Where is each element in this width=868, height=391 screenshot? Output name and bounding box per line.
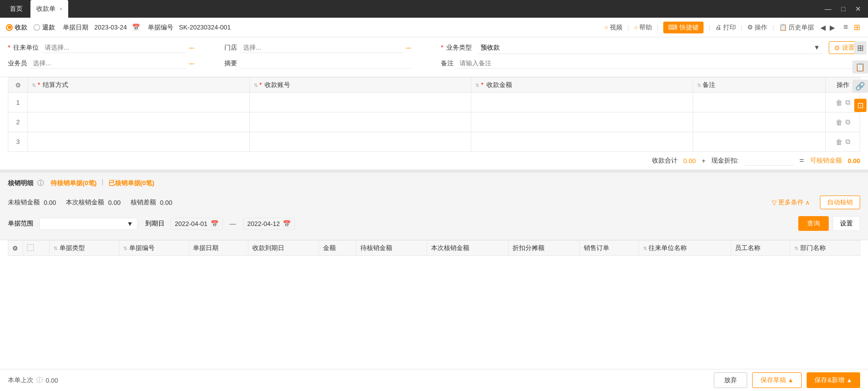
range-field: 单据范围 ▼ bbox=[8, 218, 137, 230]
note-label: 备注 bbox=[441, 59, 454, 68]
th-counterparty: ⇅ 往来单位名称 bbox=[639, 241, 731, 256]
col-settings-icon[interactable]: ⚙ bbox=[15, 82, 21, 89]
copy-icon-1[interactable]: ⧉ bbox=[845, 98, 850, 107]
col-settings-bottom-icon[interactable]: ⚙ bbox=[12, 245, 18, 252]
history-btn[interactable]: 📋 历史单据 bbox=[779, 23, 814, 32]
business-type-value: 预收款 bbox=[481, 43, 811, 52]
more-conditions-btn[interactable]: ▽ 更多条件 ∧ bbox=[772, 198, 810, 207]
table-row: 3 🗑 ⧉ bbox=[8, 132, 860, 152]
verifiable-value: 0.00 bbox=[848, 157, 860, 165]
nav-tab-shoukuan[interactable]: 收款单 × bbox=[30, 0, 68, 18]
amount-cell-1[interactable] bbox=[471, 93, 693, 112]
writeoff-info-icon[interactable]: ⓘ bbox=[37, 179, 44, 188]
select-all-checkbox[interactable] bbox=[27, 244, 34, 251]
summary-input[interactable] bbox=[240, 58, 411, 69]
note-field: 备注 bbox=[441, 58, 860, 69]
nav-tab-home[interactable]: 首页 bbox=[4, 0, 28, 18]
operate-btn[interactable]: ⚙ 操作 bbox=[747, 23, 767, 32]
save-new-btn[interactable]: 保存&新增 ▲ bbox=[807, 372, 860, 388]
copy-icon-3[interactable]: ⧉ bbox=[845, 138, 850, 146]
date-to-picker[interactable]: 2022-04-12 📅 bbox=[243, 218, 296, 230]
stat-unverified-label: 未核销金额 bbox=[8, 198, 40, 207]
minimize-btn[interactable]: — bbox=[822, 4, 835, 14]
shortcut-btn[interactable]: ⌨ 快捷键 bbox=[663, 22, 704, 33]
side-table-icon[interactable]: ⊞ bbox=[854, 41, 867, 55]
delete-icon-1[interactable]: 🗑 bbox=[836, 99, 842, 107]
main-area: 收款 退款 单据日期 2023-03-24 📅 单据编号 SK-20230324… bbox=[0, 18, 868, 391]
date-value[interactable]: 2023-03-24 bbox=[94, 24, 127, 31]
store-input[interactable] bbox=[240, 42, 404, 53]
query-btn[interactable]: 查询 bbox=[798, 216, 829, 231]
auto-writeoff-btn[interactable]: 自动核销 bbox=[820, 196, 860, 209]
calendar-to-icon[interactable]: 📅 bbox=[283, 220, 291, 227]
help-btn[interactable]: ○ 帮助 bbox=[634, 23, 652, 32]
amount-cell-3[interactable] bbox=[471, 132, 693, 152]
radio-dot-shoukuan bbox=[6, 24, 13, 31]
next-arrow[interactable]: ▶ bbox=[828, 24, 837, 31]
prev-arrow[interactable]: ◀ bbox=[819, 24, 827, 31]
th-settings[interactable]: ⚙ bbox=[8, 78, 28, 93]
th-doc-number: ⇅ 单据编号 bbox=[119, 241, 189, 256]
staff-label: 业务员 bbox=[8, 59, 27, 68]
staff-input[interactable] bbox=[30, 58, 187, 69]
radio-shoukuan[interactable]: 收款 bbox=[6, 23, 27, 32]
print-btn[interactable]: 🖨 打印 bbox=[715, 23, 736, 32]
stat-diff-label: 核销差额 bbox=[131, 198, 156, 207]
tab-done[interactable]: 已核销单据(0笔) bbox=[106, 178, 158, 189]
date-from-picker[interactable]: 2022-04-01 📅 bbox=[170, 218, 223, 230]
side-doc-icon[interactable]: 📋 bbox=[852, 60, 868, 74]
note-cell-3[interactable] bbox=[693, 132, 825, 152]
settlement-cell-1[interactable] bbox=[28, 93, 250, 112]
filter-settings-btn[interactable]: 设置 bbox=[833, 216, 860, 231]
account-cell-2[interactable] bbox=[249, 112, 471, 132]
maximize-btn[interactable]: □ bbox=[839, 4, 848, 14]
collect-total-value: 0.00 bbox=[683, 157, 696, 165]
counterparty-input[interactable] bbox=[42, 42, 187, 53]
video-btn[interactable]: ○ 视频 bbox=[604, 23, 623, 32]
req-star-2: * bbox=[441, 44, 443, 51]
footer-bar: 本单上次 ⓘ 0.00 放弃 保存草稿 ▲ 保存&新增 ▲ bbox=[0, 369, 868, 391]
range-select[interactable]: ▼ bbox=[39, 218, 137, 230]
account-cell-3[interactable] bbox=[249, 132, 471, 152]
toolbar-right: ○ 视频 | ○ 帮助 | ⌨ 快捷键 | 🖨 打印 | ⚙ 操作 bbox=[604, 22, 862, 33]
counterparty-more-btn[interactable]: ··· bbox=[189, 44, 194, 52]
note-cell-1[interactable] bbox=[693, 93, 825, 112]
filter-action-btns: 查询 设置 bbox=[798, 216, 860, 231]
side-link-icon[interactable]: 🔗 bbox=[852, 80, 868, 93]
abandon-btn[interactable]: 放弃 bbox=[714, 372, 747, 388]
store-field: 门店 ··· bbox=[224, 42, 411, 53]
grid-view-icon[interactable]: ⊞ bbox=[852, 22, 862, 33]
account-cell-1[interactable] bbox=[249, 93, 471, 112]
delete-icon-2[interactable]: 🗑 bbox=[836, 118, 842, 126]
per-page-value: 0.00 bbox=[46, 377, 58, 384]
settlement-cell-2[interactable] bbox=[28, 112, 250, 132]
amount-cell-2[interactable] bbox=[471, 112, 693, 132]
sep3: | bbox=[708, 24, 710, 31]
discount-input[interactable] bbox=[744, 156, 793, 166]
save-draft-btn[interactable]: 保存草稿 ▲ bbox=[752, 372, 802, 388]
business-type-dropdown[interactable]: 预收款 ▼ bbox=[478, 42, 823, 54]
sub-toolbar: 收款 退款 单据日期 2023-03-24 📅 单据编号 SK-20230324… bbox=[0, 18, 868, 37]
close-tab-icon[interactable]: × bbox=[59, 6, 62, 12]
settlement-cell-3[interactable] bbox=[28, 132, 250, 152]
range-arrow-icon: ▼ bbox=[127, 220, 133, 227]
tab-pending[interactable]: 待核销单据(0笔) bbox=[48, 178, 100, 189]
side-scan-icon[interactable]: ⊡ bbox=[854, 99, 867, 112]
calendar-icon[interactable]: 📅 bbox=[132, 24, 140, 31]
delete-icon-3[interactable]: 🗑 bbox=[836, 138, 842, 146]
radio-tuikuan[interactable]: 退款 bbox=[33, 23, 55, 32]
data-table: ⚙ ⇅ * 结算方式 ⇅ * 收款账号 ⇅ * 收款 bbox=[8, 77, 860, 152]
store-more-btn[interactable]: ··· bbox=[406, 44, 411, 52]
close-btn[interactable]: ✕ bbox=[852, 4, 864, 14]
plus-label: + bbox=[702, 157, 705, 165]
list-view-icon[interactable]: ≡ bbox=[841, 22, 850, 33]
footer-info-icon[interactable]: ⓘ bbox=[36, 376, 43, 385]
calendar-from-icon[interactable]: 📅 bbox=[211, 220, 218, 227]
radio-shoukuan-label: 收款 bbox=[15, 23, 27, 32]
copy-icon-2[interactable]: ⧉ bbox=[845, 118, 850, 126]
video-label: 视频 bbox=[610, 23, 623, 32]
note-cell-2[interactable] bbox=[693, 112, 825, 132]
note-input[interactable] bbox=[457, 58, 860, 69]
staff-more-btn[interactable]: ··· bbox=[189, 60, 194, 67]
form-row-2: 业务员 ··· 摘要 备注 bbox=[8, 58, 860, 69]
